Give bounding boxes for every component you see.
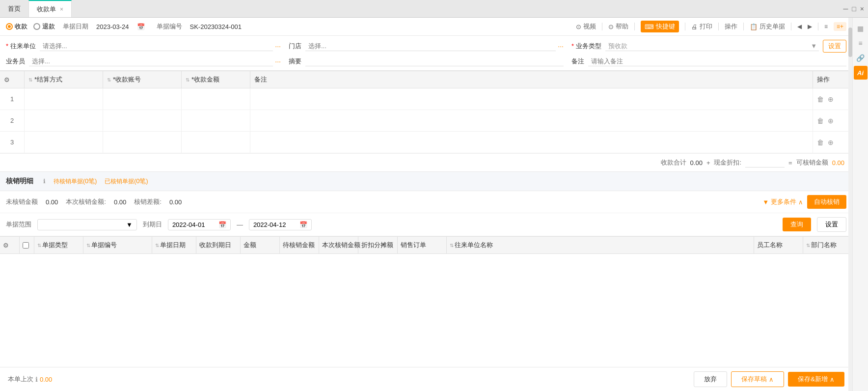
- row-3-remarks[interactable]: [250, 132, 813, 153]
- row-3-settlement-input[interactable]: [28, 139, 99, 146]
- history-btn[interactable]: 📋 历史单据: [750, 22, 785, 31]
- summary-input[interactable]: [305, 56, 564, 66]
- row-1-account-input[interactable]: [107, 95, 177, 103]
- row-1-settlement[interactable]: [25, 88, 103, 110]
- window-close[interactable]: ×: [860, 5, 864, 13]
- business-type-input[interactable]: [605, 41, 809, 51]
- help-btn[interactable]: ⊙ 帮助: [608, 22, 628, 31]
- info-icon-footer[interactable]: ℹ: [35, 376, 38, 383]
- abandon-btn[interactable]: 放弃: [694, 371, 727, 387]
- save-draft-btn[interactable]: 保存草稿 ∧: [731, 371, 784, 387]
- operate-btn[interactable]: 操作: [725, 22, 737, 31]
- main-content: 收款 退款 单据日期 2023-03-24 📅 单据编号 SK-20230324…: [0, 18, 852, 391]
- range-select[interactable]: ▼: [37, 219, 137, 230]
- layout-btn[interactable]: ≡: [824, 23, 828, 30]
- nav-next-btn[interactable]: ▶: [808, 23, 812, 30]
- row-3-copy-btn[interactable]: ⊕: [828, 139, 834, 146]
- staff-more-btn[interactable]: ···: [275, 57, 281, 65]
- row-1-settlement-input[interactable]: [28, 95, 99, 103]
- sidebar-list-icon[interactable]: ≡: [854, 36, 868, 50]
- video-btn[interactable]: ⊙ 视频: [576, 22, 596, 31]
- due-date-end-wrap[interactable]: 📅: [249, 219, 312, 230]
- gear-icon[interactable]: ⚙: [4, 76, 10, 84]
- save-new-btn[interactable]: 保存&新增 ∧: [788, 372, 844, 387]
- row-1-amount-input[interactable]: [186, 95, 246, 103]
- bottom-gear-icon[interactable]: ⚙: [3, 242, 9, 249]
- tab-receipt[interactable]: 收款单 ×: [28, 0, 72, 17]
- row-2-amount-input[interactable]: [186, 117, 246, 124]
- filter-right: ▼ 更多条件 ∧ 自动核销: [762, 195, 846, 209]
- row-1-copy-btn[interactable]: ⊕: [828, 95, 834, 103]
- sidebar-ai-icon[interactable]: Ai: [854, 66, 868, 80]
- calendar-end-icon[interactable]: 📅: [299, 221, 307, 228]
- row-2-remarks[interactable]: [250, 110, 813, 131]
- select-all-checkbox[interactable]: [23, 242, 29, 249]
- due-date-start-input[interactable]: [172, 221, 217, 228]
- row-1-account[interactable]: [103, 88, 182, 110]
- row-1-remarks[interactable]: [250, 88, 813, 110]
- due-date-end-input[interactable]: [253, 221, 298, 228]
- verify-title: 核销明细: [6, 177, 33, 186]
- row-3-remarks-input[interactable]: [254, 139, 809, 146]
- row-1-amount[interactable]: [182, 88, 250, 110]
- row-2-account[interactable]: [103, 110, 182, 131]
- settings-btn[interactable]: 设置: [823, 40, 846, 53]
- scrollbar-thumb[interactable]: [848, 28, 852, 57]
- verify-info-icon[interactable]: ℹ: [43, 178, 46, 185]
- row-2-copy-btn[interactable]: ⊕: [828, 117, 834, 125]
- sidebar-link-icon[interactable]: 🔗: [854, 51, 868, 65]
- done-verify-link[interactable]: 已核销单据(0笔): [105, 177, 148, 186]
- remarks-input[interactable]: [588, 56, 846, 66]
- discount-input[interactable]: [745, 158, 785, 168]
- row-2-settlement[interactable]: [25, 110, 103, 131]
- auto-verify-btn[interactable]: 自动核销: [807, 195, 846, 209]
- date-setting-btn[interactable]: 设置: [817, 217, 846, 232]
- due-date-start-wrap[interactable]: 📅: [168, 219, 231, 230]
- row-3-delete-btn[interactable]: 🗑: [817, 139, 824, 146]
- row-3-amount-input[interactable]: [186, 139, 246, 146]
- row-1-delete-btn[interactable]: 🗑: [817, 95, 824, 103]
- shop-more-btn[interactable]: ···: [558, 42, 564, 50]
- th-remarks: 备注: [250, 71, 813, 88]
- from-unit-input[interactable]: [40, 41, 273, 51]
- row-3-account[interactable]: [103, 132, 182, 153]
- window-maximize[interactable]: □: [852, 5, 856, 13]
- window-minimize[interactable]: ─: [843, 5, 848, 13]
- row-2-delete-btn[interactable]: 🗑: [817, 117, 824, 125]
- radio-tuikuan[interactable]: 退款: [33, 22, 55, 31]
- radio-shoukuan[interactable]: 收款: [6, 22, 27, 31]
- business-type-arrow[interactable]: ▼: [809, 42, 819, 50]
- row-3-settlement[interactable]: [25, 132, 103, 153]
- pending-verify-link[interactable]: 待核销单据(0笔): [54, 177, 97, 186]
- calendar-start-icon[interactable]: 📅: [218, 221, 226, 228]
- sidebar-table-icon[interactable]: ▦: [854, 22, 868, 35]
- shortcut-btn[interactable]: ⌨ 快捷键: [641, 21, 679, 32]
- shop-input[interactable]: [305, 41, 556, 51]
- save-new-arrow[interactable]: ∧: [830, 376, 835, 383]
- print-btn[interactable]: 🖨 打印: [691, 22, 712, 31]
- remarks-field: 备注: [571, 56, 846, 66]
- row-1-remarks-input[interactable]: [254, 95, 809, 103]
- row-2-settlement-input[interactable]: [28, 117, 99, 124]
- th-amount: ⇅ *收款金额: [182, 71, 250, 88]
- sort-amount-icon: ⇅: [186, 77, 190, 83]
- expand-btn[interactable]: ≡+: [834, 22, 846, 31]
- range-select-input[interactable]: [42, 221, 124, 228]
- discount-label: 现金折扣:: [714, 158, 741, 167]
- from-unit-more-btn[interactable]: ···: [275, 42, 281, 50]
- row-3-amount[interactable]: [182, 132, 250, 153]
- more-conditions-btn[interactable]: ▼ 更多条件 ∧: [762, 197, 803, 206]
- row-2-remarks-input[interactable]: [254, 117, 809, 124]
- save-draft-arrow[interactable]: ∧: [769, 376, 774, 383]
- row-2-amount[interactable]: [182, 110, 250, 131]
- nav-prev-btn[interactable]: ◀: [797, 23, 802, 30]
- calendar-icon[interactable]: 📅: [137, 23, 145, 30]
- row-3-account-input[interactable]: [107, 139, 177, 146]
- row-2-account-input[interactable]: [107, 117, 177, 124]
- scrollbar[interactable]: [848, 18, 852, 391]
- tab-receipt-close[interactable]: ×: [60, 6, 63, 13]
- query-btn[interactable]: 查询: [783, 218, 811, 231]
- tab-home[interactable]: 首页: [0, 0, 28, 17]
- table-row: 3 🗑 ⊕: [0, 132, 852, 153]
- staff-input[interactable]: [29, 56, 273, 66]
